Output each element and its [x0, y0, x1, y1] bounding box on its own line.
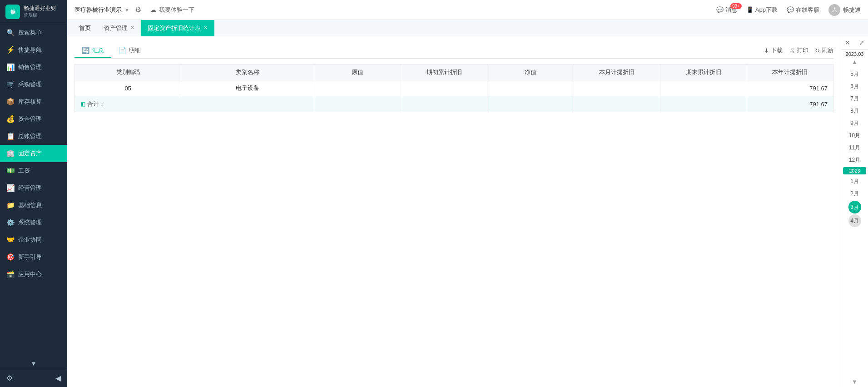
- sidebar-item-search[interactable]: 🔍 搜索菜单: [0, 24, 67, 41]
- sidebar-item-quick[interactable]: ⚡ 快捷导航: [0, 41, 67, 59]
- col-header-month-depr: 本月计提折旧: [574, 64, 660, 80]
- month-item-9[interactable]: 9月: [841, 117, 868, 129]
- sidebar-item-basic[interactable]: 📁 基础信息: [0, 197, 67, 214]
- table-header-row: 类别编码 类别名称 原值 期初累计折旧 净值 本月计提折旧 期末累计折旧 本年计…: [75, 64, 833, 80]
- print-button[interactable]: 🖨 打印: [789, 46, 808, 55]
- refresh-button[interactable]: ↻ 刷新: [815, 46, 833, 55]
- username-label: 畅捷通: [843, 6, 861, 14]
- col-header-end-depr: 期末累计折旧: [660, 64, 747, 80]
- ledger-icon: 📋: [6, 132, 15, 140]
- quick-icon: ⚡: [6, 46, 15, 54]
- month-item-4[interactable]: 4月: [848, 214, 861, 227]
- right-panel-expand-icon[interactable]: ⤢: [859, 39, 864, 46]
- col-header-init-depr: 期初累计折旧: [401, 64, 487, 80]
- month-item-11[interactable]: 11月: [841, 142, 868, 154]
- detail-icon: 📄: [119, 47, 126, 54]
- month-item-8[interactable]: 8月: [841, 105, 868, 117]
- month-item-2[interactable]: 2月: [841, 188, 868, 200]
- company-selector[interactable]: 医疗器械行业演示 ▼: [74, 6, 129, 14]
- download-icon: ⬇: [764, 47, 769, 54]
- total-net: [487, 96, 574, 112]
- purchase-icon: 🛒: [6, 80, 15, 89]
- message-badge: 99+: [730, 3, 742, 9]
- month-scroll-up-button[interactable]: ▲: [841, 57, 868, 67]
- sidebar-item-ledger[interactable]: 📋 总账管理: [0, 128, 67, 145]
- sales-icon: 📊: [6, 63, 15, 71]
- topbar: 医疗器械行业演示 ▼ ⚙ ☁ 我要体验一下 💬 消息 99+ 📱 App下载 💬…: [67, 0, 868, 20]
- main-area: 医疗器械行业演示 ▼ ⚙ ☁ 我要体验一下 💬 消息 99+ 📱 App下载 💬…: [67, 0, 868, 387]
- topbar-settings-icon[interactable]: ⚙: [135, 5, 141, 14]
- month-scroll-down-button[interactable]: ▼: [841, 377, 868, 387]
- sub-tabs: 🔄 汇总 📄 明细: [74, 44, 148, 58]
- sidebar-nav: 🔍 搜索菜单 ⚡ 快捷导航 📊 销售管理 🛒 采购管理 📦 库存核算 💰 资金管…: [0, 24, 67, 358]
- total-init-depr: [401, 96, 487, 112]
- fixed-icon: 🏢: [6, 149, 15, 158]
- table-row: 05 电子设备 791.67: [75, 80, 833, 96]
- sidebar-item-appstore[interactable]: 🗃️ 应用中心: [0, 266, 67, 283]
- sidebar-item-operations[interactable]: 📈 经营管理: [0, 179, 67, 197]
- col-header-net: 净值: [487, 64, 574, 80]
- logo-text: 畅捷通好业财: [24, 5, 56, 12]
- month-item-7[interactable]: 7月: [841, 93, 868, 105]
- tab-depreciation-close[interactable]: ✕: [203, 25, 208, 31]
- finance-icon: 💰: [6, 115, 15, 123]
- year-label-2023: 2023: [843, 167, 866, 174]
- tab-depreciation[interactable]: 固定资产折旧统计表 ✕: [141, 20, 214, 36]
- inventory-icon: 📦: [6, 98, 15, 106]
- service-icon: 💬: [787, 6, 794, 13]
- sidebar-item-system[interactable]: ⚙️ 系统管理: [0, 214, 67, 231]
- cell-init-depr: [401, 80, 487, 96]
- tab-home[interactable]: 首页: [73, 20, 98, 36]
- sidebar-toggle-icon[interactable]: ◀: [55, 374, 61, 382]
- appstore-icon: 🗃️: [6, 270, 15, 278]
- total-original: [314, 96, 401, 112]
- month-item-6[interactable]: 6月: [841, 80, 868, 93]
- month-item-5[interactable]: 5月: [841, 68, 868, 80]
- sidebar-item-payroll[interactable]: 💵 工资: [0, 162, 67, 179]
- experience-button[interactable]: ☁ 我要体验一下: [150, 6, 194, 14]
- sidebar-item-enterprise[interactable]: 🤝 企业协同: [0, 231, 67, 248]
- sidebar-scroll-down[interactable]: ▼: [0, 358, 67, 369]
- month-item-1[interactable]: 1月: [841, 175, 868, 188]
- sidebar-item-inventory[interactable]: 📦 库存核算: [0, 93, 67, 110]
- payroll-icon: 💵: [6, 167, 15, 175]
- message-icon: 💬: [716, 6, 724, 13]
- month-item-3-selected[interactable]: 3月: [848, 201, 861, 213]
- month-item-10[interactable]: 10月: [841, 129, 868, 142]
- logo-icon: 畅: [5, 5, 20, 19]
- avatar: 人: [828, 4, 840, 16]
- online-service-button[interactable]: 💬 在线客服: [787, 6, 819, 14]
- sidebar-item-sales[interactable]: 📊 销售管理: [0, 59, 67, 76]
- app-download-icon: 📱: [746, 6, 754, 13]
- sidebar-settings-icon[interactable]: ⚙: [6, 374, 13, 382]
- guide-icon: 🎯: [6, 253, 15, 261]
- col-header-year-depr: 本年计提折旧: [747, 64, 833, 80]
- content-inner: 🔄 汇总 📄 明细 ⬇ 下载 🖨 打印: [74, 44, 833, 380]
- tab-depreciation-label: 固定资产折旧统计表: [148, 24, 201, 32]
- company-arrow-icon: ▼: [124, 7, 129, 13]
- total-icon: ◧: [80, 101, 85, 107]
- download-button[interactable]: ⬇ 下载: [764, 46, 783, 55]
- tab-asset-mgmt[interactable]: 资产管理 ✕: [98, 20, 141, 36]
- message-button[interactable]: 💬 消息 99+: [716, 6, 737, 14]
- tabbar: 首页 资产管理 ✕ 固定资产折旧统计表 ✕: [67, 20, 868, 36]
- tab-asset-mgmt-close[interactable]: ✕: [130, 25, 134, 31]
- sidebar-item-finance[interactable]: 💰 资金管理: [0, 110, 67, 128]
- right-panel-close-icon[interactable]: ✕: [845, 39, 850, 46]
- search-icon: 🔍: [6, 29, 15, 37]
- sidebar-item-purchase[interactable]: 🛒 采购管理: [0, 76, 67, 93]
- table-wrap: 类别编码 类别名称 原值 期初累计折旧 净值 本月计提折旧 期末累计折旧 本年计…: [74, 64, 833, 380]
- sub-tab-summary[interactable]: 🔄 汇总: [74, 44, 111, 58]
- app-logo: 畅 畅捷通好业财 普及版: [0, 0, 67, 24]
- sidebar-item-guide[interactable]: 🎯 新手引导: [0, 248, 67, 266]
- depreciation-table: 类别编码 类别名称 原值 期初累计折旧 净值 本月计提折旧 期末累计折旧 本年计…: [74, 64, 833, 112]
- sidebar-item-fixed[interactable]: 🏢 固定资产: [0, 145, 67, 162]
- system-icon: ⚙️: [6, 218, 15, 227]
- sub-tab-detail[interactable]: 📄 明细: [111, 44, 148, 58]
- date-title: 2023.03: [841, 50, 868, 57]
- user-menu[interactable]: 人 畅捷通: [828, 4, 861, 16]
- company-name: 医疗器械行业演示: [74, 6, 122, 14]
- right-panel: ✕ ⤢ 2023.03 ▲ 5月 6月 7月 8月 9月 10月 11月 12月…: [841, 36, 868, 387]
- month-item-12[interactable]: 12月: [841, 154, 868, 166]
- app-download-button[interactable]: 📱 App下载: [746, 6, 778, 14]
